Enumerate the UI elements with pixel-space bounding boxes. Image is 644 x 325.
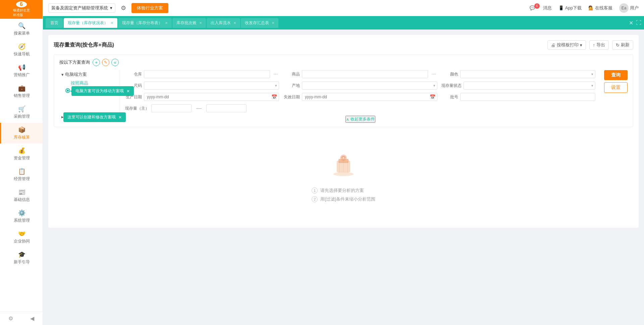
main-area: 装备及固定资产辅助管理系统 ▾ ⚙ 体验行业方案 💬 6 消息 📱 App下载 … (43, 0, 644, 325)
expire-date-input[interactable] (302, 93, 437, 101)
calendar-icon[interactable]: 📅 (271, 94, 277, 100)
filter-field-warehouse: 仓库 ··· (125, 70, 279, 78)
sidebar-item-search[interactable]: 🔍 搜索菜单 (0, 19, 43, 40)
industry-btn[interactable]: 体验行业方案 (131, 3, 168, 13)
goods-dots[interactable]: ··· (430, 71, 437, 77)
set-btn[interactable]: 设置 (604, 82, 628, 93)
app-icon: 📱 (558, 5, 564, 10)
filter-row-2: 尺码 产地 (125, 82, 595, 90)
sidebar-item-sales[interactable]: 💼 销售管理 (0, 81, 43, 102)
stock-min-input[interactable] (151, 104, 192, 112)
marketing-icon: 📢 (18, 64, 25, 71)
finance-icon: 💰 (18, 147, 25, 154)
tooltip1-close[interactable]: ✕ (126, 89, 130, 94)
scheme-tree: ▾ 电脑端方案 按照商品 (59, 70, 120, 121)
close-icon[interactable]: ✕ (165, 21, 168, 25)
status-label: 现存量状态 (441, 83, 462, 89)
filter-field-stock: 现存量（主） — (125, 104, 595, 112)
tab-batch-account[interactable]: 库存批次账 ✕ (172, 18, 206, 28)
filter-controls: + ✎ « (93, 59, 119, 66)
sidebar-item-system[interactable]: ⚙️ 系统管理 (0, 206, 43, 227)
corp-icon: 🤝 (18, 230, 25, 237)
tab-home[interactable]: 首页 (46, 18, 63, 28)
header-app-download[interactable]: 📱 App下载 (558, 5, 582, 11)
filter-field-size: 尺码 (125, 82, 279, 90)
filter-field-goods: 商品 ··· (283, 70, 437, 78)
sidebar-item-guide[interactable]: 🎓 新手引导 (0, 248, 43, 268)
system-select-chevron: ▾ (110, 5, 112, 10)
stock-dash: — (194, 105, 204, 111)
page-card: 现存量查询(按仓库+商品) 🖨 按模板打印 ▾ ↑ 导出 ↻ 刷新 (48, 35, 639, 228)
origin-select[interactable] (302, 82, 437, 90)
color-select[interactable] (460, 70, 595, 78)
close-icon[interactable]: ✕ (233, 21, 236, 25)
size-select-wrap (144, 82, 279, 90)
purchase-icon: 🛒 (18, 105, 25, 113)
system-select[interactable]: 装备及固定资产辅助管理系统 ▾ (48, 3, 115, 13)
sidebar-collapse-btn[interactable]: ◀ (30, 315, 34, 322)
sidebar-logo: 6 畅通好生意 标准版 (0, 0, 43, 19)
warehouse-dots[interactable]: ··· (272, 71, 279, 77)
sidebar-item-inventory[interactable]: 📦 库存核算 (0, 123, 43, 144)
sidebar-settings-btn[interactable]: ⚙ (8, 315, 13, 322)
message-badge: 6 (534, 3, 540, 9)
page-title-row: 现存量查询(按仓库+商品) 🖨 按模板打印 ▾ ↑ 导出 ↻ 刷新 (54, 40, 633, 50)
tab-close-all-icon[interactable]: ✕ (629, 20, 633, 26)
page-actions: 🖨 按模板打印 ▾ ↑ 导出 ↻ 刷新 (547, 40, 634, 50)
calendar-icon-2[interactable]: 📅 (430, 94, 435, 100)
filter-field-origin: 产地 (283, 82, 437, 90)
search-icon: 🔍 (18, 22, 25, 30)
svg-point-0 (333, 172, 354, 176)
size-select[interactable] (144, 82, 279, 90)
batch-input[interactable] (460, 93, 595, 101)
export-btn[interactable]: ↑ 导出 (589, 40, 609, 50)
svg-point-4 (342, 158, 343, 159)
tooltip1-wrap: 电脑方案可设为移动方案哦 ✕ (66, 89, 115, 92)
tab-inventory-dist[interactable]: 现存量（库存分布表） ✕ (118, 18, 172, 28)
sidebar-item-finance[interactable]: 💰 资金管理 (0, 144, 43, 164)
close-icon[interactable]: ✕ (111, 21, 113, 25)
tab-expand-icon[interactable]: ⛶ (636, 20, 641, 26)
filter-field-color: 颜色 (441, 70, 595, 78)
filter-field-batch: 批号 (441, 93, 595, 101)
tooltip2-close[interactable]: ✕ (118, 115, 122, 120)
sidebar-item-marketing[interactable]: 📢 营销推广 (0, 60, 43, 81)
sidebar-item-purchase[interactable]: 🛒 采购管理 (0, 102, 43, 123)
tab-recv-send-sum[interactable]: 收发存汇总表 ✕ (241, 18, 278, 28)
goods-input[interactable] (302, 70, 428, 78)
header-user[interactable]: Ea 用户 (619, 3, 639, 13)
sidebar-item-ops[interactable]: 📋 经营管理 (0, 164, 43, 185)
header-message[interactable]: 💬 6 消息 (530, 5, 552, 11)
back-scheme-btn[interactable]: « (111, 59, 119, 66)
print-btn[interactable]: 🖨 按模板打印 ▾ (547, 40, 586, 50)
scheme-item-desktop[interactable]: ▾ 电脑端方案 (59, 70, 115, 79)
stock-max-input[interactable] (206, 104, 247, 112)
edit-scheme-btn[interactable]: ✎ (102, 59, 109, 66)
filter-top: 按以下方案查询 + ✎ « (59, 59, 628, 66)
sidebar-item-basic[interactable]: 📰 基础信息 (0, 185, 43, 206)
sidebar-item-corp[interactable]: 🤝 企业协同 (0, 227, 43, 248)
status-select[interactable] (464, 82, 595, 90)
search-btn[interactable]: 查询 (604, 70, 628, 80)
tab-in-out-flow[interactable]: 出入库流水 ✕ (207, 18, 240, 28)
empty-state: 1 请先选择要分析的方案 2 用[过滤]条件来缩小分析范围 (54, 127, 633, 222)
tabs-bar: 首页 现存量（库存状况表） ✕ 现存量（库存分布表） ✕ 库存批次账 ✕ 出入库… (43, 16, 644, 30)
settings-icon[interactable]: ⚙ (121, 4, 126, 12)
color-select-wrap (460, 70, 595, 78)
basic-icon: 📰 (18, 188, 25, 196)
warehouse-input[interactable] (144, 70, 270, 78)
page-content: 现存量查询(按仓库+商品) 🖨 按模板打印 ▾ ↑ 导出 ↻ 刷新 (43, 30, 644, 325)
header-online-service[interactable]: 💁 在线客服 (588, 5, 612, 11)
collapse-btn[interactable]: ∧ 收起更多条件 (345, 116, 375, 123)
sidebar-item-quicknav[interactable]: 🧭 快速导航 (0, 40, 43, 60)
page-title: 现存量查询(按仓库+商品) (54, 42, 114, 49)
close-icon[interactable]: ✕ (272, 21, 274, 25)
tooltip1: 电脑方案可设为移动方案哦 ✕ (71, 86, 134, 96)
produce-date-input[interactable] (144, 93, 279, 101)
tooltip2: 这里可以创建和修改方案哦 ✕ (63, 112, 126, 122)
refresh-btn[interactable]: ↻ 刷新 (612, 40, 633, 50)
close-icon[interactable]: ✕ (199, 21, 202, 25)
tab-inventory-status[interactable]: 现存量（库存状况表） ✕ (64, 18, 117, 28)
svg-point-5 (344, 158, 345, 159)
add-scheme-btn[interactable]: + (93, 59, 100, 66)
